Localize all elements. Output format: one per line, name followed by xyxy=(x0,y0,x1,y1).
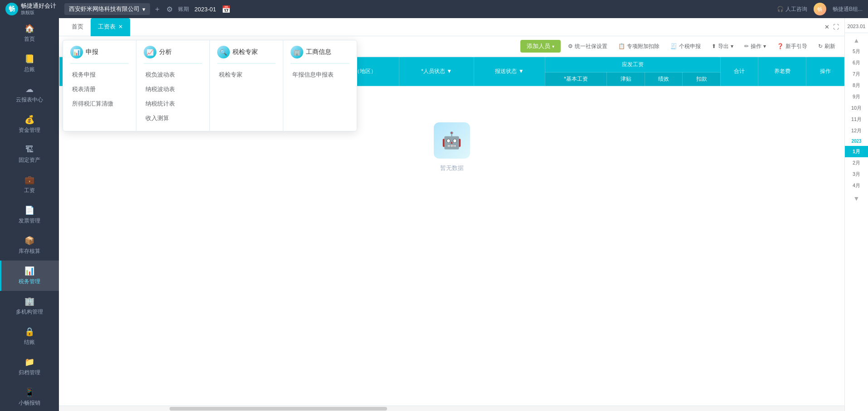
scroll-bar-bottom[interactable] xyxy=(59,406,844,411)
th-allowance: 津贴 xyxy=(607,73,645,86)
month-5[interactable]: 5月 xyxy=(845,46,868,57)
cloud-icon: ☁ xyxy=(25,84,34,94)
menu-tax-stat[interactable]: 纳税统计表 xyxy=(144,97,202,111)
special-deduct-label: 专项附加扣除 xyxy=(627,43,659,50)
social-insurance-btn[interactable]: ⚙ 统一社保设置 xyxy=(564,41,611,52)
declaration-title: 申报 xyxy=(86,48,98,56)
top-bar-middle: ＋ ⚙ 账期 2023-01 📅 xyxy=(154,5,231,14)
menu-tax-dynamic[interactable]: 纳税波动表 xyxy=(144,82,202,97)
multiorg-icon: 🏢 xyxy=(24,296,34,306)
tab-close-icon[interactable]: ✕ xyxy=(118,24,123,30)
logo-text-wrap: 畅捷通好会计 旗舰版 xyxy=(21,2,56,16)
sidebar-item-invoice[interactable]: 📄 发票管理 xyxy=(0,200,59,230)
menu-tax-table[interactable]: 税表清册 xyxy=(70,82,129,97)
logo-icon: 畅 xyxy=(5,3,18,15)
archive-icon: 📁 xyxy=(24,357,34,367)
month-1[interactable]: 1月 xyxy=(845,146,868,157)
menu-income-tax[interactable]: 所得税汇算清缴 xyxy=(70,97,129,111)
month-7[interactable]: 7月 xyxy=(845,68,868,80)
sidebar-item-xiaochang[interactable]: 📱 小畅报销 xyxy=(0,382,59,411)
sidebar-item-home[interactable]: 🏠 首页 xyxy=(0,18,59,48)
popup-col-analysis: 📈 分析 税负波动表 纳税波动表 纳税统计表 收入测算 xyxy=(136,40,210,131)
filter-icon[interactable]: ▼ xyxy=(446,68,452,74)
sidebar-item-ledger[interactable]: 📒 总账 xyxy=(0,48,59,79)
tab-bar: 首页 工资表 ✕ ✕ ⛶ xyxy=(59,18,844,36)
closing-icon: 🔒 xyxy=(24,327,34,337)
sidebar-item-archive[interactable]: 📁 归档管理 xyxy=(0,352,59,382)
operate-icon: ✏ xyxy=(744,43,749,49)
send-filter-icon[interactable]: ▼ xyxy=(519,68,524,74)
tab-salary[interactable]: 工资表 ✕ xyxy=(91,18,130,36)
operate-label: 操作 xyxy=(751,43,761,50)
guide-btn[interactable]: ❓ 新手引导 xyxy=(773,41,811,52)
add-person-button[interactable]: 添加人员 ▾ xyxy=(520,40,561,53)
tab-home[interactable]: 首页 xyxy=(64,18,91,36)
panel-down-arrow[interactable]: ▼ xyxy=(852,193,862,204)
sidebar-item-label: 工资 xyxy=(24,187,35,194)
tab-salary-label: 工资表 xyxy=(98,23,116,31)
calendar-icon[interactable]: 📅 xyxy=(222,5,231,14)
company-selector[interactable]: 西安虾米网络科技有限公司 ▾ xyxy=(64,3,150,15)
business-icon: 🏢 xyxy=(291,46,303,58)
popup-grid: 📊 申报 税务申报 税表清册 所得税汇算清缴 📈 分析 税负波动表 纳税波动表 … xyxy=(63,40,357,131)
month-3[interactable]: 3月 xyxy=(845,169,868,180)
invoice-icon: 📄 xyxy=(24,205,34,215)
month-8[interactable]: 8月 xyxy=(845,80,868,91)
sidebar-item-label: 库存核算 xyxy=(19,247,40,255)
menu-income-calc[interactable]: 收入测算 xyxy=(144,111,202,126)
sidebar-item-salary[interactable]: 💼 工资 xyxy=(0,169,59,200)
refresh-label: 刷新 xyxy=(824,43,835,50)
panel-up-arrow[interactable]: ▲ xyxy=(852,35,862,46)
special-deduct-btn[interactable]: 📋 专项附加扣除 xyxy=(615,41,663,52)
service-btn[interactable]: 🎧 人工咨询 xyxy=(777,5,807,13)
month-11[interactable]: 11月 xyxy=(845,114,868,125)
personal-tax-label: 个税申报 xyxy=(679,43,701,50)
personal-tax-icon: 🧾 xyxy=(670,43,677,49)
tab-expand-icon[interactable]: ⛶ xyxy=(833,24,839,30)
th-deduct: 扣款 xyxy=(683,73,721,86)
menu-annual-report[interactable]: 年报信息申报表 xyxy=(291,68,349,82)
th-send-status: 报送状态 ▼ xyxy=(474,57,545,86)
month-2[interactable]: 2月 xyxy=(845,157,868,169)
chevron-down-icon: ▾ xyxy=(142,6,145,13)
sidebar-item-inventory[interactable]: 📦 库存核算 xyxy=(0,230,59,261)
month-12[interactable]: 12月 xyxy=(845,125,868,136)
tab-close-window-icon[interactable]: ✕ xyxy=(824,24,829,30)
settings-icon[interactable]: ⚙ xyxy=(166,5,173,14)
user-name: 畅捷通B组... xyxy=(833,5,863,13)
top-bar-right: 🎧 人工咨询 畅 畅捷通B组... xyxy=(777,3,863,15)
sidebar-item-multiorg[interactable]: 🏢 多机构管理 xyxy=(0,291,59,321)
sidebar-item-closing[interactable]: 🔒 结账 xyxy=(0,321,59,352)
add-icon[interactable]: ＋ xyxy=(154,5,161,14)
right-panel-header: 2023.01 xyxy=(845,22,868,33)
sidebar-item-label: 资金管理 xyxy=(19,126,40,134)
personal-tax-btn[interactable]: 🧾 个税申报 xyxy=(667,41,704,52)
month-6[interactable]: 6月 xyxy=(845,57,868,68)
operate-btn[interactable]: ✏ 操作 ▾ xyxy=(741,41,770,52)
refresh-btn[interactable]: ↻ 刷新 xyxy=(815,41,839,52)
menu-tax-wave[interactable]: 税负波动表 xyxy=(144,68,202,82)
sidebar-item-tax[interactable]: 📊 税务管理 xyxy=(0,261,59,291)
analysis-title: 分析 xyxy=(159,48,172,56)
scroll-thumb[interactable] xyxy=(170,407,387,411)
dropdown-popup: 📊 申报 税务申报 税表清册 所得税汇算清缴 📈 分析 税负波动表 纳税波动表 … xyxy=(63,40,357,131)
export-btn[interactable]: ⬆ 导出 ▾ xyxy=(708,41,737,52)
th-status: *人员状态 ▼ xyxy=(399,57,474,86)
special-deduct-icon: 📋 xyxy=(618,43,625,49)
social-insurance-icon: ⚙ xyxy=(568,43,573,49)
month-4[interactable]: 4月 xyxy=(845,180,868,191)
sidebar-item-label: 云报表中心 xyxy=(16,96,43,104)
th-action: 操作 xyxy=(806,57,844,86)
company-name: 西安虾米网络科技有限公司 xyxy=(69,5,140,13)
sidebar-item-cloud[interactable]: ☁ 云报表中心 xyxy=(0,79,59,109)
sidebar-item-fund[interactable]: 💰 资金管理 xyxy=(0,109,59,140)
menu-tax-report[interactable]: 税务申报 xyxy=(70,68,129,82)
th-performance: 绩效 xyxy=(645,73,683,86)
right-panel: 2023.01 ▲ 5月 6月 7月 8月 9月 10月 11月 12月 202… xyxy=(844,18,868,411)
empty-icon: 🤖 xyxy=(434,122,470,159)
avatar[interactable]: 畅 xyxy=(814,3,826,15)
menu-expert[interactable]: 税检专家 xyxy=(217,68,276,82)
month-10[interactable]: 10月 xyxy=(845,102,868,114)
sidebar-item-assets[interactable]: 🏗 固定资产 xyxy=(0,140,59,169)
month-9[interactable]: 9月 xyxy=(845,91,868,102)
